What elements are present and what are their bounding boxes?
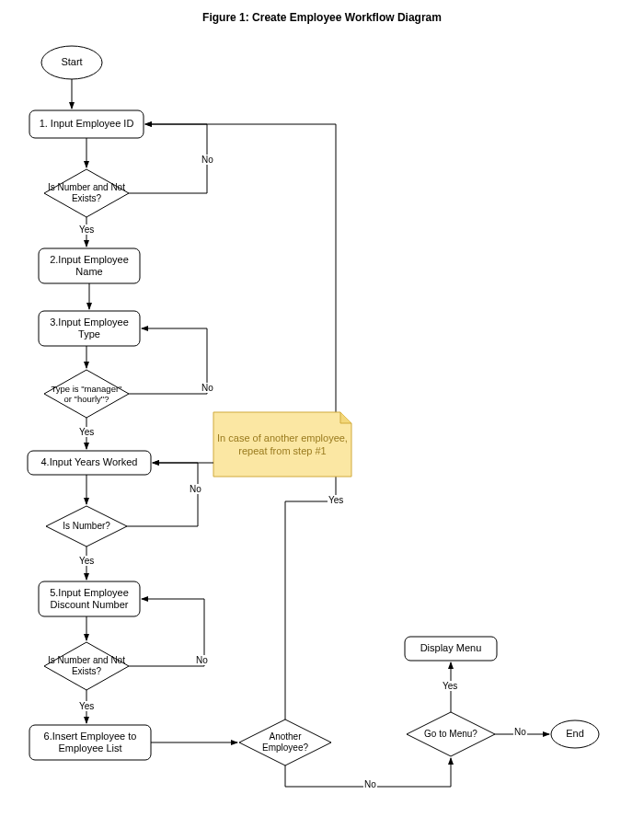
note-box: In case of another employee, repeat from… bbox=[217, 416, 348, 473]
svg-rect-1 bbox=[29, 110, 144, 138]
edge-no-2: No bbox=[201, 383, 214, 393]
edge-no-another: No bbox=[363, 779, 377, 789]
svg-marker-11 bbox=[239, 719, 331, 765]
edge-yes-menu: Yes bbox=[442, 681, 458, 691]
edge-yes-3: Yes bbox=[78, 556, 95, 566]
svg-rect-6 bbox=[28, 451, 151, 475]
edge-no-1: No bbox=[201, 155, 214, 165]
svg-marker-7 bbox=[46, 506, 127, 547]
svg-marker-9 bbox=[44, 642, 129, 690]
svg-rect-8 bbox=[39, 581, 140, 616]
svg-marker-2 bbox=[44, 169, 129, 217]
svg-rect-4 bbox=[39, 311, 140, 346]
edge-no-menu: No bbox=[513, 727, 527, 737]
edge-yes-4: Yes bbox=[78, 701, 95, 711]
edge-yes-1: Yes bbox=[78, 224, 95, 235]
edge-yes-2: Yes bbox=[78, 427, 95, 437]
edge-no-3: No bbox=[189, 484, 202, 494]
flowchart-svg bbox=[0, 0, 644, 817]
svg-rect-3 bbox=[39, 248, 140, 283]
edge-no-4: No bbox=[195, 655, 209, 665]
svg-point-0 bbox=[41, 46, 102, 79]
svg-marker-5 bbox=[44, 370, 129, 418]
svg-marker-12 bbox=[407, 712, 495, 756]
svg-point-14 bbox=[551, 720, 599, 748]
svg-rect-13 bbox=[405, 637, 497, 661]
svg-rect-10 bbox=[29, 725, 151, 760]
edge-yes-another: Yes bbox=[328, 495, 344, 505]
